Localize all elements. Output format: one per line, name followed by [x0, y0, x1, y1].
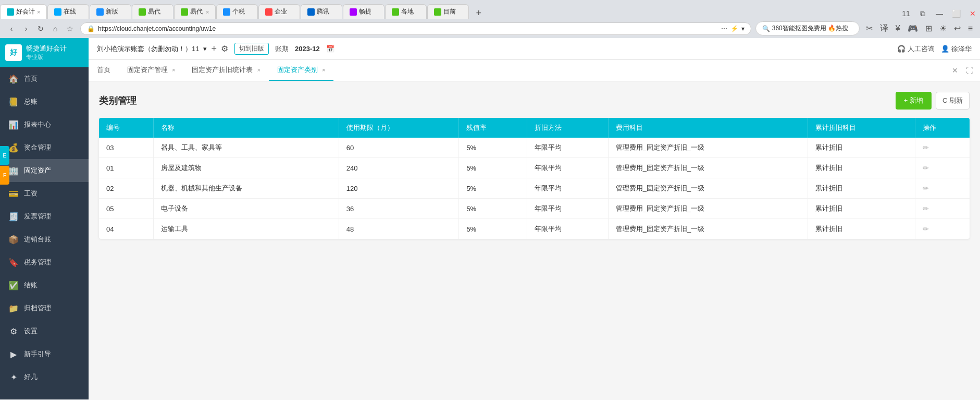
sidebar-item-ledger[interactable]: 📒 总账 [0, 90, 89, 113]
grid-icon[interactable]: ⊞ [923, 22, 934, 34]
brightness-icon[interactable]: ☀ [937, 22, 949, 34]
table-row: 02 机器、机械和其他生产设备 120 5% 年限平均 管理费用_固定资产折旧_… [99, 178, 970, 199]
maximize-btn[interactable]: ⬜ [949, 8, 963, 19]
add-account-btn[interactable]: + [211, 43, 217, 54]
user-btn[interactable]: 👤 徐泽华 [941, 44, 972, 54]
tab-fixed-assets-mgmt[interactable]: 固定资产管理 × [119, 60, 183, 81]
tab-label: 新版 [106, 7, 118, 16]
edit-btn[interactable]: ✏ [923, 204, 929, 213]
search-icon: 🔍 [762, 25, 770, 32]
tab-close-window-btn[interactable]: ✕ [949, 64, 961, 77]
sidebar-item-fixed-assets[interactable]: 🏢 固定资产 [0, 159, 89, 182]
reload-btn[interactable]: ↻ [34, 22, 47, 35]
guide-icon: ▶ [8, 349, 19, 359]
url-bar[interactable]: 🔒 https://cloud.chanjet.com/accounting/u… [80, 22, 751, 35]
sidebar-item-funds[interactable]: 💰 资金管理 [0, 136, 89, 159]
tab-favicon [392, 8, 399, 16]
service-btn[interactable]: 🎧 人工咨询 [897, 44, 935, 54]
row-code: 01 [99, 158, 154, 178]
back-btn[interactable]: ‹ [5, 22, 18, 35]
scissors-icon[interactable]: ✂ [864, 22, 875, 34]
translate-icon[interactable]: 译 [878, 22, 890, 35]
tab-close-btn[interactable]: × [204, 9, 209, 15]
tab-favicon [7, 8, 14, 16]
tab-label: 目前 [443, 7, 456, 16]
restore-btn[interactable]: ⧉ [915, 8, 930, 19]
app-container: 好 畅捷通好会计 专业版 🏠 首页 📒 总账 📊 报表中心 💰 资金管理 🏢 固… [0, 38, 980, 399]
window-controls: 11 ⧉ — ⬜ ✕ [899, 8, 980, 19]
tab-depreciation-table[interactable]: 固定资产折旧统计表 × [183, 60, 268, 81]
game-icon[interactable]: 🎮 [905, 22, 920, 34]
tab-label: 畅提 [359, 7, 371, 16]
edge-icon-1[interactable]: E [0, 146, 9, 165]
switch-to-old-btn[interactable]: 切到旧版 [234, 43, 269, 55]
tab-close-btn[interactable]: × [35, 9, 40, 15]
col-header-action: 操作 [915, 118, 970, 138]
reports-icon: 📊 [8, 119, 19, 130]
search-area[interactable]: 🔍 360智能抠图免费用 🔥热搜 [755, 21, 860, 35]
browser-tab-gedi[interactable]: 各地 [385, 4, 427, 19]
tab-asset-category[interactable]: 固定资产类别 × [269, 60, 333, 81]
calendar-icon[interactable]: 📅 [326, 45, 334, 53]
edge-icon-2[interactable]: F [0, 166, 9, 185]
sidebar-item-reports[interactable]: 📊 报表中心 [0, 113, 89, 136]
sidebar-item-label: 报表中心 [24, 120, 51, 129]
browser-tab-yidai1[interactable]: 易代 [132, 4, 173, 19]
browser-tab-changtui[interactable]: 畅提 [343, 4, 384, 19]
browser-tab-xin[interactable]: 新版 [90, 4, 131, 19]
currency-icon[interactable]: ¥ [894, 23, 902, 34]
sidebar-item-archive[interactable]: 📁 归档管理 [0, 297, 89, 320]
sidebar-item-guide[interactable]: ▶ 新手引导 [0, 343, 89, 366]
sidebar-item-settings[interactable]: ⚙ 设置 [0, 320, 89, 343]
invoice-icon: 🧾 [8, 211, 19, 222]
col-header-residual: 残值率 [459, 118, 527, 138]
dropdown-icon[interactable]: ▾ [741, 25, 745, 32]
tab-home[interactable]: 首页 [89, 60, 119, 81]
more-icon[interactable]: ≡ [966, 23, 975, 34]
browser-tab-tengxun[interactable]: 腾讯 [301, 4, 342, 19]
edit-btn[interactable]: ✏ [923, 184, 929, 192]
sidebar-item-invoice[interactable]: 🧾 发票管理 [0, 205, 89, 228]
row-depreciation: 年限平均 [527, 178, 609, 199]
tab-close-fixed-assets-mgmt[interactable]: × [172, 67, 175, 73]
browser-tab-yidai2[interactable]: 易代 × [174, 4, 216, 19]
forward-btn[interactable]: › [20, 22, 32, 35]
tab-label: 易代 [190, 7, 203, 16]
tab-fullscreen-btn[interactable]: ⛶ [963, 64, 976, 77]
close-window-btn[interactable]: ✕ [965, 8, 980, 19]
tab-close-asset-category[interactable]: × [322, 67, 325, 73]
tab-close-depreciation-table[interactable]: × [257, 67, 260, 73]
new-tab-btn[interactable]: + [472, 8, 486, 19]
header-right: 🎧 人工咨询 👤 徐泽华 [897, 44, 972, 54]
funds-icon: 💰 [8, 142, 19, 153]
edit-btn[interactable]: ✏ [923, 143, 929, 152]
home-browser-btn[interactable]: ⌂ [49, 22, 61, 35]
toolbar-icons: ✂ 译 ¥ 🎮 ⊞ ☀ ↩ ≡ [864, 22, 975, 35]
sidebar-item-tax[interactable]: 🔖 税务管理 [0, 251, 89, 274]
dropdown-arrow[interactable]: ▾ [203, 45, 207, 53]
sidebar-item-haoji[interactable]: ✦ 好几 [0, 366, 89, 389]
col-header-name: 名称 [154, 118, 339, 138]
sidebar-item-home[interactable]: 🏠 首页 [0, 67, 89, 90]
browser-tab-mubiao[interactable]: 目前 [427, 4, 469, 19]
payroll-icon: 💳 [8, 188, 19, 199]
sidebar-item-purchase-sales[interactable]: 📦 进销台账 [0, 228, 89, 251]
add-btn[interactable]: + 新增 [896, 92, 932, 110]
browser-tab-qiye[interactable]: 企业 [258, 4, 300, 19]
bookmark-btn[interactable]: ☆ [64, 22, 76, 35]
sidebar-item-payroll[interactable]: 💳 工资 [0, 182, 89, 205]
browser-tab-zaixian[interactable]: 在线 [47, 4, 89, 19]
browser-tab-hao[interactable]: 好会计 × [0, 4, 47, 19]
row-name: 运输工具 [154, 219, 339, 239]
page-content: 类别管理 + 新增 C 刷新 编号 名称 使用期限（月） 残值率 折旧方法 费用… [89, 81, 980, 399]
refresh-btn[interactable]: C 刷新 [936, 92, 970, 110]
browser-tab-geshui[interactable]: 个税 [216, 4, 258, 19]
edit-btn[interactable]: ✏ [923, 164, 929, 172]
edit-btn[interactable]: ✏ [923, 225, 929, 233]
undo-icon[interactable]: ↩ [952, 22, 963, 34]
sidebar-item-checkout[interactable]: ✅ 结账 [0, 274, 89, 297]
period-label: 账期 [275, 44, 289, 54]
settings-btn[interactable]: ⚙ [221, 44, 228, 54]
close-btn-browser[interactable]: — [932, 8, 947, 19]
minimize-btn[interactable]: 11 [899, 8, 913, 19]
